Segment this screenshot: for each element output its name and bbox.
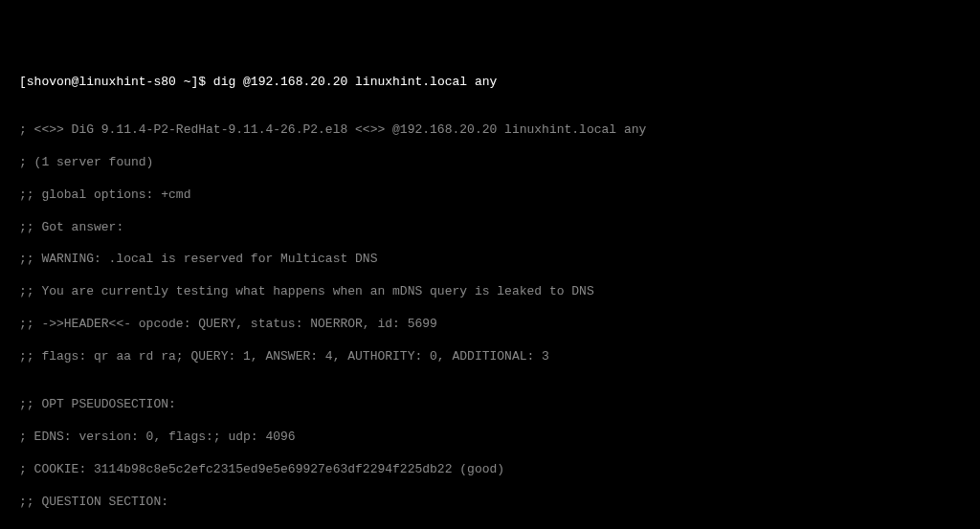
- dig-command: dig @192.168.20.20 linuxhint.local any: [213, 75, 497, 89]
- edns-line: ; EDNS: version: 0, flags:; udp: 4096: [19, 430, 961, 446]
- flags-line: ;; flags: qr aa rd ra; QUERY: 1, ANSWER:…: [19, 349, 961, 365]
- shell-prompt: [shovon@linuxhint-s80 ~]$: [19, 75, 213, 89]
- server-found-line: ; (1 server found): [19, 155, 961, 171]
- header-opcode-line: ;; ->>HEADER<<- opcode: QUERY, status: N…: [19, 317, 961, 333]
- dig-version-line: ; <<>> DiG 9.11.4-P2-RedHat-9.11.4-26.P2…: [19, 122, 961, 139]
- global-options-line: ;; global options: +cmd: [19, 187, 961, 204]
- question-section-header: ;; QUESTION SECTION:: [19, 495, 961, 511]
- opt-pseudosection-header: ;; OPT PSEUDOSECTION:: [19, 397, 961, 413]
- command-line[interactable]: [shovon@linuxhint-s80 ~]$ dig @192.168.2…: [19, 75, 961, 91]
- got-answer-line: ;; Got answer:: [19, 220, 961, 236]
- mdns-note-line: ;; You are currently testing what happen…: [19, 284, 961, 300]
- warning-line: ;; WARNING: .local is reserved for Multi…: [19, 252, 961, 268]
- cookie-line: ; COOKIE: 3114b98c8e5c2efc2315ed9e5e6992…: [19, 462, 961, 478]
